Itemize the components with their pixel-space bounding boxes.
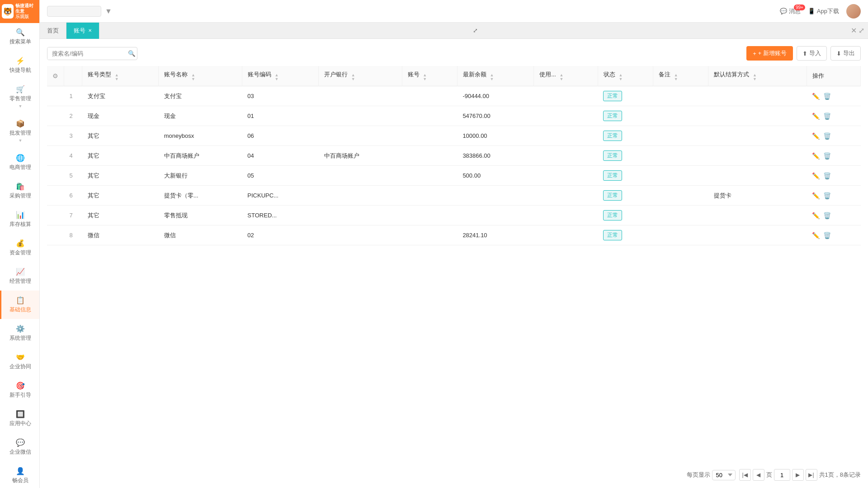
search-button[interactable]: 🔍 — [124, 47, 137, 60]
row-remarks — [653, 166, 708, 186]
row-type: 其它 — [82, 206, 159, 225]
col-type[interactable]: 账号类型 ▲▼ — [82, 66, 159, 86]
col-account[interactable]: 账号 ▲▼ — [402, 66, 457, 86]
row-usage — [534, 126, 598, 146]
col-code[interactable]: 账号编码 ▲▼ — [242, 66, 318, 86]
app-download-button[interactable]: 📱 App下载 — [808, 7, 839, 15]
col-remarks[interactable]: 备注 ▲▼ — [653, 66, 708, 86]
col-name[interactable]: 账号名称 ▲▼ — [159, 66, 242, 86]
row-code: STORED... — [242, 206, 318, 225]
tab-expand-btn[interactable]: ⤢ — [468, 27, 482, 34]
last-page-btn[interactable]: ▶| — [806, 469, 817, 481]
sidebar-item-inventory[interactable]: 📊 库存核算 — [0, 205, 39, 234]
col-index — [64, 66, 82, 86]
sidebar-item-sys-mgmt[interactable]: ⚙️ 系统管理 — [0, 319, 39, 347]
sidebar-item-ecommerce-mgmt[interactable]: 🌐 电商管理 — [0, 148, 39, 177]
col-balance[interactable]: 最新余额 ▲▼ — [457, 66, 533, 86]
page-nav: |◀ ◀ 页 ▶ ▶| 共1页，8条记录 — [739, 469, 861, 481]
toolbar-buttons: + + 新增账号 ⬆ 导入 ⬇ 导出 — [746, 46, 861, 61]
prev-page-btn[interactable]: ◀ — [753, 469, 764, 481]
sidebar-item-retail-mgmt[interactable]: 🛒 零售管理 ▼ — [0, 80, 39, 114]
row-remarks — [653, 186, 708, 206]
sidebar-item-basic-info[interactable]: 📋 基础信息 — [0, 291, 39, 319]
message-button[interactable]: 💬 消息 99+ — [780, 7, 801, 15]
row-balance — [457, 206, 533, 225]
tab-home[interactable]: 首页 — [40, 23, 66, 39]
first-page-btn[interactable]: |◀ — [739, 469, 751, 481]
topbar-dropdown-icon[interactable]: ▼ — [105, 7, 112, 15]
row-usage — [534, 225, 598, 245]
tab-accounts-label: 账号 — [74, 27, 85, 35]
tab-accounts[interactable]: 账号 ✕ — [66, 23, 99, 39]
row-bank — [319, 186, 402, 206]
search-input[interactable] — [47, 47, 124, 60]
accounts-table: ⚙ 账号类型 ▲▼ 账号名称 ▲▼ 账号编码 ▲▼ — [47, 66, 861, 245]
sidebar-item-biz-agreement[interactable]: 🤝 企业协同 — [0, 347, 39, 376]
sidebar-item-ops-mgmt[interactable]: 📈 经营管理 — [0, 262, 39, 291]
delete-icon[interactable]: 🗑️ — [823, 232, 831, 239]
table-row: 2 现金 现金 01 547670.00 正常 ✏️ 🗑️ — [47, 106, 861, 126]
edit-icon[interactable]: ✏️ — [812, 152, 820, 160]
sort-name-icon: ▲▼ — [191, 73, 195, 81]
row-actions: ✏️ 🗑️ — [807, 106, 860, 126]
col-status[interactable]: 状态 ▲▼ — [598, 66, 653, 86]
sidebar-item-label: 新手引导 — [9, 391, 31, 399]
retail-icon: 🛒 — [16, 85, 25, 94]
sidebar-item-app-center[interactable]: 🔲 应用中心 — [0, 404, 39, 433]
row-code: 06 — [242, 126, 318, 146]
action-icons: ✏️ 🗑️ — [812, 132, 855, 140]
sidebar-item-member[interactable]: 👤 畅会员 — [0, 461, 39, 488]
edit-icon[interactable]: ✏️ — [812, 172, 820, 179]
edit-icon[interactable]: ✏️ — [812, 212, 820, 219]
add-account-button[interactable]: + + 新增账号 — [746, 46, 793, 61]
edit-icon[interactable]: ✏️ — [812, 232, 820, 239]
edit-icon[interactable]: ✏️ — [812, 192, 820, 199]
sidebar-item-guide[interactable]: 🎯 新手引导 — [0, 376, 39, 404]
delete-icon[interactable]: 🗑️ — [823, 152, 831, 160]
row-actions: ✏️ 🗑️ — [807, 166, 860, 186]
sidebar-item-biz-wechat[interactable]: 💬 企业微信 — [0, 433, 39, 461]
col-usage[interactable]: 使用... ▲▼ — [534, 66, 598, 86]
sidebar-item-wholesale-mgmt[interactable]: 📦 批发管理 ▼ — [0, 114, 39, 148]
status-badge: 正常 — [603, 150, 622, 161]
delete-icon[interactable]: 🗑️ — [823, 212, 831, 219]
delete-icon[interactable]: 🗑️ — [823, 93, 831, 100]
sort-code-icon: ▲▼ — [274, 73, 278, 81]
row-default-settlement — [708, 206, 807, 225]
col-default-settlement[interactable]: 默认结算方式 ▲▼ — [708, 66, 807, 86]
import-button[interactable]: ⬆ 导入 — [797, 46, 827, 61]
topbar-search-input[interactable] — [47, 6, 101, 17]
sidebar-item-purchase-mgmt[interactable]: 🛍️ 采购管理 — [0, 177, 39, 205]
next-page-btn[interactable]: ▶ — [792, 469, 804, 481]
row-default-settlement: 提货卡 — [708, 186, 807, 206]
sidebar-item-quick-nav[interactable]: ⚡ 快捷导航 — [0, 51, 39, 80]
close-page-icon[interactable]: ✕ — [851, 26, 857, 35]
delete-icon[interactable]: 🗑️ — [823, 172, 831, 179]
row-bank — [319, 166, 402, 186]
delete-icon[interactable]: 🗑️ — [823, 192, 831, 199]
column-settings-icon[interactable]: ⚙ — [52, 72, 58, 80]
app-center-icon: 🔲 — [16, 410, 25, 418]
export-button[interactable]: ⬇ 导出 — [830, 46, 861, 61]
per-page-select[interactable]: 50 100 — [712, 470, 736, 480]
sidebar-item-search-menu[interactable]: 🔍 搜索菜单 — [0, 23, 39, 51]
sidebar-item-finance-mgmt[interactable]: 💰 资金管理 — [0, 234, 39, 262]
status-badge: 正常 — [603, 91, 622, 101]
edit-icon[interactable]: ✏️ — [812, 132, 820, 140]
page-number-input[interactable] — [774, 469, 790, 481]
sidebar-item-label: 批发管理 — [9, 129, 31, 137]
maximize-icon[interactable]: ⤢ — [859, 26, 864, 35]
edit-icon[interactable]: ✏️ — [812, 93, 820, 100]
delete-icon[interactable]: 🗑️ — [823, 132, 831, 140]
row-usage — [534, 166, 598, 186]
row-bank — [319, 86, 402, 106]
edit-icon[interactable]: ✏️ — [812, 113, 820, 120]
avatar[interactable] — [846, 4, 861, 19]
col-bank[interactable]: 开户银行 ▲▼ — [319, 66, 402, 86]
sort-bank-icon: ▲▼ — [351, 73, 355, 81]
tab-accounts-close[interactable]: ✕ — [88, 28, 92, 33]
delete-icon[interactable]: 🗑️ — [823, 113, 831, 120]
action-icons: ✏️ 🗑️ — [812, 93, 855, 100]
topbar-left: ▼ — [47, 6, 112, 17]
main-content: ▼ 💬 消息 99+ 📱 App下载 首页 账号 ✕ ⤢ — [40, 0, 868, 488]
